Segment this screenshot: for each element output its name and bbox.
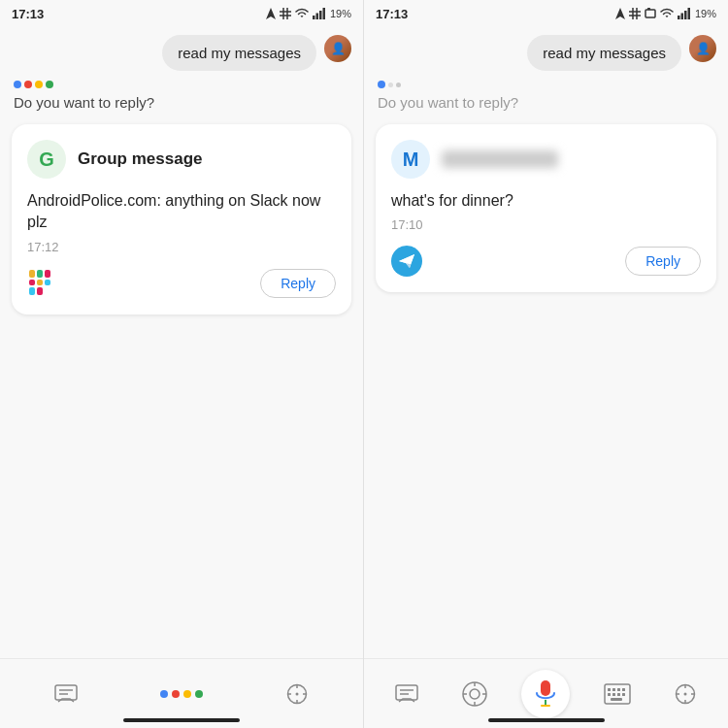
right-panel: 17:13 [364, 0, 728, 728]
svg-marker-0 [266, 8, 276, 19]
right-avatar: 👤 [689, 35, 716, 62]
svg-rect-46 [541, 680, 550, 696]
left-user-bubble: read my messages [162, 35, 316, 71]
left-status-icons: 19% [266, 8, 351, 19]
right-home-indicator [488, 718, 605, 722]
camera-icon [461, 680, 488, 708]
right-compass-icon [675, 683, 696, 705]
left-user-bubble-row: read my messages 👤 [12, 35, 351, 71]
mic-button[interactable] [521, 670, 570, 718]
left-bottom-google-dots[interactable] [160, 690, 203, 698]
left-compass-bottom-icon[interactable] [276, 673, 318, 715]
right-card-footer: Reply [391, 246, 701, 277]
right-message-text: what's for dinner? [391, 190, 701, 212]
svg-rect-34 [680, 14, 683, 20]
wifi-icon [295, 8, 309, 19]
svg-rect-51 [612, 688, 615, 691]
compass-icon [286, 683, 308, 705]
svg-rect-13 [45, 280, 50, 285]
dot-red [24, 81, 32, 88]
slack-icon [29, 270, 56, 297]
bottom-dot-yellow [183, 690, 191, 698]
right-message-bottom-icon[interactable] [385, 673, 428, 715]
left-message-bottom-icon[interactable] [45, 673, 87, 715]
svg-rect-15 [45, 270, 50, 278]
right-status-bar: 17:13 [364, 0, 728, 27]
right-wifi-icon [660, 8, 674, 19]
left-panel: 17:13 19% [0, 0, 364, 728]
right-message-time: 17:10 [391, 217, 701, 232]
dot-blue [14, 81, 21, 88]
left-reply-text: Do you want to reply? [12, 94, 351, 111]
right-signal-icon [678, 8, 691, 19]
keyboard-svg-icon [604, 683, 631, 705]
svg-rect-32 [647, 8, 650, 10]
camera-search-icon[interactable] [455, 675, 494, 713]
left-message-card: G Group message AndroidPolice.com: anyth… [12, 124, 351, 314]
right-grid-icon [629, 8, 641, 19]
left-card-header: G Group message [27, 140, 336, 179]
left-google-dots [14, 81, 53, 88]
svg-rect-12 [37, 287, 43, 295]
message-icon [54, 684, 78, 704]
svg-rect-5 [313, 16, 315, 19]
svg-rect-11 [37, 270, 43, 278]
svg-rect-31 [645, 10, 655, 17]
left-assistant-row [12, 81, 351, 88]
left-time: 17:13 [12, 7, 44, 21]
right-bottom-bar [364, 658, 728, 728]
svg-rect-16 [29, 287, 35, 295]
left-app-icon: G [27, 140, 66, 179]
right-content: read my messages 👤 Do you want to reply?… [364, 27, 728, 658]
svg-rect-9 [29, 280, 35, 285]
right-reply-text: Do you want to reply? [376, 94, 716, 111]
right-dot-small2 [396, 83, 401, 87]
right-card-header: M [391, 140, 701, 179]
svg-point-60 [683, 692, 686, 695]
right-user-bubble: read my messages [527, 35, 681, 71]
left-battery: 19% [330, 8, 351, 19]
svg-rect-54 [608, 693, 611, 696]
right-battery: 19% [695, 8, 716, 19]
left-avatar: 👤 [324, 35, 351, 62]
right-assistant-row [376, 81, 716, 88]
right-message-icon [395, 684, 418, 704]
signal-icon [313, 8, 326, 19]
svg-marker-26 [615, 8, 625, 19]
svg-rect-10 [37, 280, 43, 285]
dot-yellow [35, 81, 43, 88]
bottom-dot-green [195, 690, 203, 698]
telegram-logo [391, 246, 422, 277]
svg-rect-6 [315, 14, 318, 20]
telegram-icon [398, 253, 415, 269]
right-compass-bottom-icon[interactable] [664, 673, 707, 715]
svg-point-41 [470, 689, 480, 699]
right-time: 17:13 [376, 7, 408, 21]
svg-rect-8 [322, 8, 325, 19]
svg-point-21 [296, 692, 299, 695]
dot-green [46, 81, 53, 88]
left-reply-button[interactable]: Reply [260, 269, 336, 298]
right-navigation-icon [615, 8, 625, 19]
right-screenshot-icon [645, 8, 656, 19]
svg-rect-14 [29, 270, 35, 278]
right-reply-button[interactable]: Reply [625, 247, 701, 276]
right-status-icons: 19% [615, 8, 716, 19]
svg-rect-55 [612, 693, 615, 696]
keyboard-icon[interactable] [598, 675, 637, 713]
left-home-indicator [123, 718, 240, 722]
right-dot-small [388, 83, 393, 87]
svg-rect-7 [319, 11, 322, 19]
right-message-card: M what's for dinner? 17:10 Reply [376, 124, 716, 292]
left-card-footer: Reply [27, 268, 336, 299]
slack-logo [27, 268, 58, 299]
bottom-dot-blue [160, 690, 168, 698]
right-sender-name-blurred [442, 150, 558, 168]
right-app-icon: M [391, 140, 430, 179]
svg-rect-58 [611, 698, 622, 701]
svg-rect-52 [617, 688, 620, 691]
svg-rect-57 [622, 693, 625, 696]
grid-icon [280, 8, 291, 19]
right-dot-blue [378, 81, 385, 88]
svg-rect-37 [396, 685, 417, 700]
